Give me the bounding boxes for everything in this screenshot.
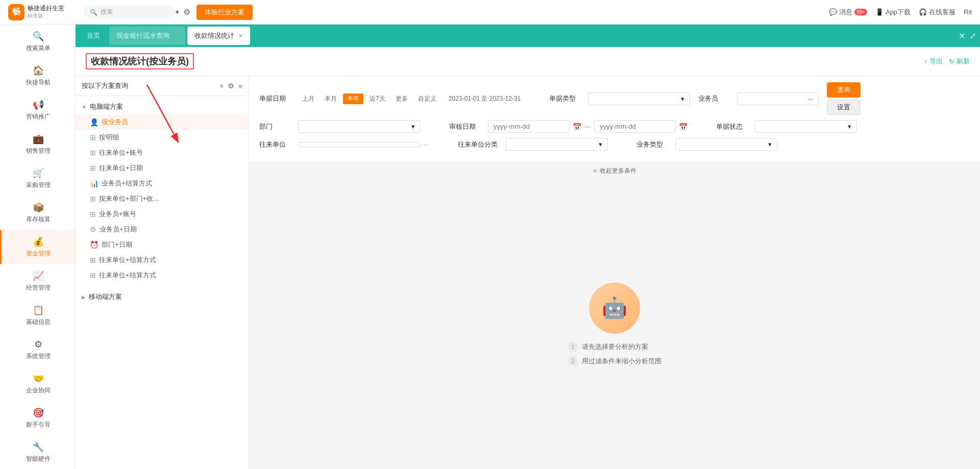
tree-item-by-detail[interactable]: ⊞ 按明细 bbox=[76, 130, 249, 145]
collapse-bar[interactable]: ∧ 收起更多条件 bbox=[249, 162, 980, 179]
trial-btn[interactable]: 体验行业方案 bbox=[197, 5, 253, 20]
date-tab-this-year[interactable]: 本年 bbox=[343, 93, 363, 104]
tab-home-label: 首页 bbox=[87, 31, 100, 40]
app-download-btn[interactable]: 📱 App下载 bbox=[875, 8, 911, 17]
sidebar-item-purchase-label: 采购管理 bbox=[26, 181, 51, 190]
sidebar-item-enterprise[interactable]: 🤝 企业协同 bbox=[0, 367, 75, 401]
date-tab-custom[interactable]: 自定义 bbox=[414, 93, 440, 104]
logo-text: 畅捷通好生意 bbox=[28, 5, 64, 12]
tree-group-desktop[interactable]: ▼ 电脑端方案 bbox=[76, 99, 249, 114]
tree-item-partner-account[interactable]: ⊞ 往来单位+账号 bbox=[76, 145, 249, 160]
calendar-start-icon[interactable]: 📅 bbox=[573, 123, 581, 131]
tree-item-partner-date[interactable]: ⊞ 往来单位+日期 bbox=[76, 160, 249, 176]
main-body: 按以下方案查询 + ⚙ « bbox=[76, 76, 980, 469]
empty-tip-2: 2 用过滤条件来缩小分析范围 bbox=[568, 356, 662, 366]
sidebar-item-basic[interactable]: 📋 基础信息 bbox=[0, 298, 75, 333]
sidebar-item-guide[interactable]: 🎯 新手引导 bbox=[0, 401, 75, 435]
tree-item-partner-account-label: 往来单位+账号 bbox=[99, 148, 143, 157]
page-header-right: ↑ 导出 ↻ 刷新 bbox=[924, 57, 970, 66]
biz-type-label: 业务类型 bbox=[636, 140, 667, 149]
salesperson-label: 业务员 bbox=[698, 94, 729, 103]
query-btn[interactable]: 查询 bbox=[827, 82, 861, 98]
tree-item-partner-settlement2[interactable]: ⊞ 往来单位+结算方式 bbox=[76, 268, 249, 283]
tab-bank-flow[interactable]: 现金银行流水查询 ✕ bbox=[109, 27, 185, 45]
sidebar-item-enterprise-label: 企业协同 bbox=[26, 386, 51, 395]
tab-collection-stats-close[interactable]: ✕ bbox=[238, 33, 243, 39]
tree-item-dept-date[interactable]: ⏰ 部门+日期 bbox=[76, 237, 249, 252]
partner-category-chevron: ▾ bbox=[599, 140, 602, 148]
salesperson-select[interactable]: ··· bbox=[737, 92, 819, 105]
sidebar-item-purchase[interactable]: 🛒 采购管理 bbox=[0, 161, 75, 196]
sidebar-item-inventory[interactable]: 📦 库存核算 bbox=[0, 196, 75, 230]
panel-add-icon[interactable]: + bbox=[219, 82, 224, 90]
tab-collection-stats[interactable]: 收款情况统计 ✕ bbox=[187, 27, 250, 45]
calendar-end-icon[interactable]: 📅 bbox=[679, 123, 688, 131]
tab-close-all-icon[interactable]: ✕ bbox=[959, 31, 965, 41]
doc-type-select[interactable]: ▾ bbox=[588, 92, 690, 105]
sidebar-item-hardware[interactable]: 🔧 智能硬件 bbox=[0, 435, 75, 469]
review-date-start[interactable] bbox=[488, 120, 570, 133]
sidebar-item-finance[interactable]: 💰 资金管理 bbox=[0, 230, 75, 264]
date-tab-this-month[interactable]: 本月 bbox=[321, 93, 341, 104]
panel-collapse-icon[interactable]: « bbox=[238, 82, 242, 90]
tree-item-sd-label: 业务员+日期 bbox=[100, 225, 137, 234]
header-settings-icon[interactable]: ⚙ bbox=[183, 7, 190, 17]
tab-expand-icon[interactable]: ⤢ bbox=[969, 31, 976, 41]
online-service-btn[interactable]: 🎧 在线客服 bbox=[919, 8, 955, 17]
purchase-icon: 🛒 bbox=[33, 168, 44, 179]
sidebar-item-inventory-label: 库存核算 bbox=[26, 215, 51, 224]
right-content: 单据日期 上月 本月 本年 近7天 更多 自定义 2023-01-01 至 bbox=[249, 76, 980, 469]
settings-btn[interactable]: 设置 bbox=[827, 100, 861, 115]
tree-item-salesperson-date[interactable]: ⚙ 业务员+日期 bbox=[76, 222, 249, 237]
tree-item-salesperson-settlement[interactable]: 📊 业务员+结算方式 bbox=[76, 176, 249, 191]
sidebar-item-operations[interactable]: 📈 经营管理 bbox=[0, 264, 75, 298]
refresh-btn[interactable]: ↻ 刷新 bbox=[949, 57, 970, 66]
panel-icons: + ⚙ « bbox=[219, 82, 242, 90]
hardware-icon: 🔧 bbox=[33, 441, 44, 453]
partner-select[interactable] bbox=[298, 142, 421, 147]
sidebar-item-search[interactable]: 🔍 搜索菜单 bbox=[0, 25, 75, 59]
logo-area: 畅 畅捷通好生意 标准版 bbox=[8, 4, 84, 20]
triangle-mobile-icon: ▶ bbox=[82, 294, 86, 300]
dept-select[interactable]: ▾ bbox=[298, 120, 421, 133]
export-btn[interactable]: ↑ 导出 bbox=[924, 57, 943, 66]
message-btn[interactable]: 💬 消息 99+ bbox=[829, 8, 867, 17]
message-icon: 💬 bbox=[829, 8, 837, 16]
message-badge: 99+ bbox=[854, 9, 867, 15]
logo-icon: 畅 bbox=[8, 4, 24, 20]
user-avatar[interactable]: Rit bbox=[964, 8, 972, 16]
sidebar-item-nav-label: 快捷导航 bbox=[26, 78, 51, 87]
sidebar-item-system[interactable]: ⚙ 系统管理 bbox=[0, 333, 75, 367]
sidebar-item-marketing[interactable]: 📢 营销推广 bbox=[0, 93, 75, 127]
review-date-label: 审核日期 bbox=[449, 122, 480, 131]
tree-item-partner-settlement1[interactable]: ⊞ 往来单位+结算方式 bbox=[76, 252, 249, 268]
tree-group-mobile[interactable]: ▶ 移动端方案 bbox=[76, 289, 249, 304]
left-panel: 按以下方案查询 + ⚙ « bbox=[76, 76, 249, 469]
page-title: 收款情况统计(按业务员) bbox=[86, 53, 194, 69]
tree-item-partner-account-icon: ⊞ bbox=[90, 149, 96, 157]
partner-more-btn[interactable]: ··· bbox=[424, 140, 429, 148]
date-tab-more[interactable]: 更多 bbox=[391, 93, 412, 104]
header-dropdown-icon[interactable]: ▾ bbox=[176, 8, 179, 16]
partner-category-select[interactable]: ▾ bbox=[506, 138, 608, 151]
biz-type-select[interactable]: ▾ bbox=[675, 138, 777, 151]
tree-item-partner-dept[interactable]: ⊞ 按来单位+部门+收... bbox=[76, 191, 249, 206]
sidebar-item-nav[interactable]: 🏠 快捷导航 bbox=[0, 59, 75, 93]
panel-settings-icon[interactable]: ⚙ bbox=[228, 82, 234, 90]
tree-item-ps1-icon: ⊞ bbox=[90, 256, 96, 264]
triangle-icon: ▼ bbox=[82, 104, 87, 110]
tab-home[interactable]: 首页 bbox=[80, 27, 107, 45]
doc-status-select[interactable]: ▾ bbox=[755, 120, 857, 133]
tree-item-salesperson-account[interactable]: ⊞ 业务员+账号 bbox=[76, 206, 249, 222]
filter-row-date: 单据日期 上月 本月 本年 近7天 更多 自定义 2023-01-01 至 bbox=[259, 82, 970, 115]
date-tab-7days[interactable]: 近7天 bbox=[365, 93, 389, 104]
header-search[interactable]: 🔍 搜索 bbox=[84, 6, 176, 18]
sidebar-item-sales[interactable]: 💼 销售管理 bbox=[0, 127, 75, 161]
review-date-end[interactable] bbox=[594, 120, 676, 133]
tab-bank-flow-close[interactable]: ✕ bbox=[174, 33, 178, 39]
date-tab-last-month[interactable]: 上月 bbox=[298, 93, 318, 104]
tree-item-pd-icon: ⊞ bbox=[90, 195, 96, 203]
tree-item-detail-label: 按明细 bbox=[99, 133, 119, 142]
sidebar-item-hardware-label: 智能硬件 bbox=[26, 455, 51, 463]
tree-item-by-salesperson[interactable]: 👤 按业务员 bbox=[76, 114, 249, 130]
